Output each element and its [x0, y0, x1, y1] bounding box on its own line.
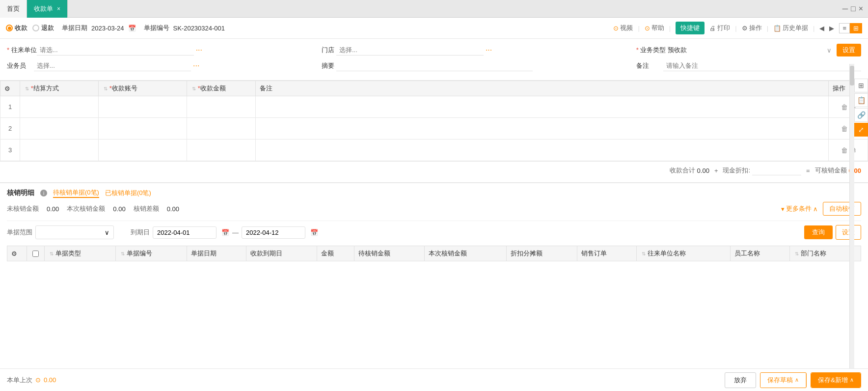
select-all-checkbox[interactable]: [32, 251, 39, 257]
biz-type-field: 业务类型 预收款 ∨ 设置: [636, 44, 861, 56]
tab-pending[interactable]: 待核销单据(0笔): [53, 188, 99, 198]
radio-refund[interactable]: 退款: [32, 24, 54, 32]
save-new-chevron[interactable]: ∧: [850, 377, 854, 383]
summary-label: 摘要: [322, 61, 336, 70]
discount-input[interactable]: [752, 166, 801, 175]
col-staff: 员工名称: [730, 246, 789, 261]
side-expand-icon[interactable]: ⤢: [854, 123, 868, 137]
filter-date-from[interactable]: [153, 226, 217, 239]
view-list-btn[interactable]: ≡: [839, 23, 850, 33]
toolbar: 收款 退款 单据日期 2023-03-24 📅 单据编号 SK-20230324…: [0, 18, 868, 39]
counterpart-input[interactable]: [37, 45, 194, 56]
form-row-2: 业务员 ··· 摘要 备注: [7, 60, 861, 71]
save-draft-button[interactable]: 保存草稿 ∧: [760, 373, 806, 388]
window-controls: ─ □ ×: [842, 4, 868, 13]
col-header-amount: ⇅ *收款金额: [187, 81, 256, 96]
remark-input[interactable]: [663, 60, 861, 71]
cell-settlement-2[interactable]: [20, 118, 99, 140]
doc-date-value: 2023-03-24: [91, 25, 124, 32]
abandon-button[interactable]: 放弃: [725, 372, 756, 388]
delete-row-1-icon[interactable]: 🗑: [841, 103, 848, 111]
tab-receipt[interactable]: 收款单 ×: [27, 0, 68, 18]
filter-due-label: 到期日: [131, 228, 150, 237]
col-settings-bottom[interactable]: ⚙: [7, 246, 27, 261]
remark-field: 备注: [636, 60, 861, 71]
query-button[interactable]: 查询: [804, 225, 833, 239]
minimize-icon[interactable]: ─: [842, 4, 848, 13]
filter-date-to[interactable]: [242, 226, 305, 239]
col-header-settings[interactable]: ⚙: [0, 81, 20, 96]
summary-bar: 收款合计 0.00 + 现金折扣: = 可核销金额 0.00: [0, 161, 868, 179]
table-wrapper: ⚙ ⇅ *结算方式 ⇅ *收款账号 ⇅ *收款金额 备注: [0, 81, 868, 161]
action-help[interactable]: ⊙ 帮助: [645, 24, 664, 32]
filter-range-select[interactable]: ∨: [35, 225, 114, 239]
scrollbar-track: [849, 64, 854, 368]
close-icon[interactable]: ×: [859, 4, 863, 13]
maximize-icon[interactable]: □: [851, 4, 856, 13]
verify-info-icon[interactable]: i: [40, 190, 47, 196]
tab-home[interactable]: 首页: [0, 0, 27, 18]
side-link-icon[interactable]: 🔗: [854, 108, 868, 122]
cell-settlement-1[interactable]: [20, 96, 99, 118]
uncanceled-label: 未核销金额: [7, 204, 39, 213]
prev-value-icon: ⊙: [35, 376, 41, 384]
cell-settlement-3[interactable]: [20, 140, 99, 161]
shortcut-button[interactable]: 快捷键: [676, 22, 705, 34]
total-amount: 收款合计 0.00: [670, 166, 709, 175]
cell-remark-3[interactable]: [256, 140, 829, 161]
col-doc-no: ⇅ 单据编号: [116, 246, 187, 261]
delete-row-3-icon[interactable]: 🗑: [841, 146, 848, 154]
side-doc-icon[interactable]: 📋: [854, 93, 868, 107]
nav-next-icon[interactable]: ▶: [829, 25, 834, 32]
cell-action-3: 🗑 ⧉: [829, 140, 868, 161]
col-sales-order: 销售订单: [577, 246, 637, 261]
cell-account-2[interactable]: [99, 118, 187, 140]
cell-remark-1[interactable]: [256, 96, 829, 118]
sort-icon: ⇅: [25, 86, 29, 91]
cell-remark-2[interactable]: [256, 118, 829, 140]
radio-receive[interactable]: 收款: [6, 24, 27, 32]
calendar-to-icon[interactable]: 📅: [310, 229, 318, 236]
side-table-icon[interactable]: ⊞: [854, 79, 868, 92]
more-conditions-link[interactable]: ▾ 更多条件 ∧: [781, 204, 818, 213]
date-separator: —: [232, 229, 239, 236]
cell-account-1[interactable]: [99, 96, 187, 118]
biz-type-value: 预收款: [668, 46, 825, 55]
save-draft-chevron[interactable]: ∧: [795, 377, 799, 383]
summary-input[interactable]: [336, 60, 533, 71]
tab-done[interactable]: 已核销单据(0笔): [105, 189, 151, 197]
settings-button[interactable]: 设置: [837, 44, 861, 56]
cell-amount-3[interactable]: [187, 140, 256, 161]
counterpart-more-icon[interactable]: ···: [196, 46, 202, 55]
auto-verify-button[interactable]: 自动核销: [823, 202, 861, 216]
discount-field: 现金折扣:: [723, 166, 801, 175]
summary-field: 摘要: [322, 60, 622, 71]
calendar-from-icon[interactable]: 📅: [221, 229, 229, 236]
salesman-input[interactable]: [34, 60, 191, 71]
action-history[interactable]: 📋 历史单据: [773, 24, 808, 32]
save-new-button[interactable]: 保存&新增 ∧: [811, 373, 861, 388]
delete-row-2-icon[interactable]: 🗑: [841, 125, 848, 133]
scrollbar-thumb[interactable]: [850, 66, 854, 85]
store-input[interactable]: [336, 45, 484, 56]
nav-prev-icon[interactable]: ◀: [819, 25, 824, 32]
store-more-icon[interactable]: ···: [486, 46, 492, 55]
action-print[interactable]: 🖨 打印: [709, 24, 730, 32]
cell-amount-2[interactable]: [187, 118, 256, 140]
verify-setting-button[interactable]: 设置: [836, 225, 861, 240]
cell-amount-1[interactable]: [187, 96, 256, 118]
row-num-2: 2: [0, 118, 20, 140]
cell-account-3[interactable]: [99, 140, 187, 161]
view-grid-btn[interactable]: ⊞: [850, 23, 862, 33]
doc-no-label: 单据编号: [144, 24, 169, 32]
plus-icon: +: [714, 167, 718, 174]
calendar-icon[interactable]: 📅: [128, 25, 136, 32]
tab-close-icon[interactable]: ×: [57, 5, 60, 12]
salesman-more-icon[interactable]: ···: [193, 61, 199, 70]
action-operation[interactable]: ⚙ 操作: [742, 24, 762, 32]
action-video[interactable]: ⊙ 视频: [613, 24, 633, 32]
tab-bar: 首页 收款单 × ─ □ ×: [0, 0, 868, 18]
col-header-remark: 备注: [256, 81, 829, 96]
form-row-1: 往来单位 ··· 门店 ··· 业务类型 预收款 ∨ 设置: [7, 44, 861, 56]
biz-type-chevron[interactable]: ∨: [827, 47, 832, 54]
